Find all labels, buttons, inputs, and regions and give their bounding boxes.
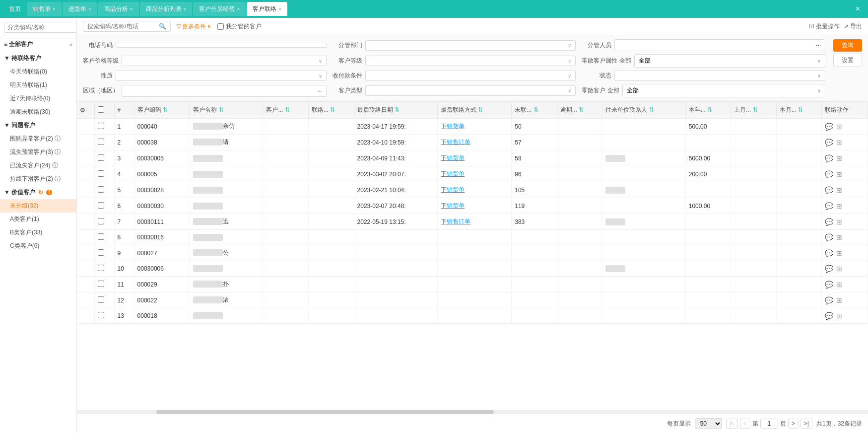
tab-sales-order[interactable]: 销售单 × [27, 2, 62, 16]
sidebar-item-churned[interactable]: 已流失客户(24) ⓘ [0, 159, 76, 172]
filter-customer-level-select[interactable]: ∨ [365, 56, 576, 66]
row-checkbox[interactable] [98, 170, 104, 177]
col-last-contact-way[interactable]: 最后联络方式 ⇅ [438, 102, 512, 119]
row-checkbox[interactable] [98, 123, 104, 129]
filter-status-select[interactable]: ∨ [614, 71, 825, 81]
cell-checkbox[interactable] [95, 214, 114, 230]
close-customer-stratification-icon[interactable]: × [237, 6, 240, 12]
col-this-month[interactable]: 本月... ⇅ [776, 102, 822, 119]
filter-dept-select[interactable]: ∨ [365, 40, 576, 51]
grid-icon[interactable]: ⊞ [836, 312, 842, 320]
filter-search-icon[interactable]: 🔍 [159, 23, 166, 30]
grid-icon[interactable]: ⊞ [836, 296, 842, 304]
chat-icon[interactable]: 💬 [825, 170, 833, 178]
last-page-btn[interactable]: >| [801, 419, 812, 429]
cell-checkbox[interactable] [95, 277, 114, 292]
col-code[interactable]: 客户编码 ⇅ [134, 102, 190, 119]
filter-scatter-customer-select[interactable]: 全部∨ [622, 84, 825, 97]
cell-checkbox[interactable] [95, 261, 114, 277]
chat-icon[interactable]: 💬 [825, 202, 833, 210]
grid-icon[interactable]: ⊞ [836, 186, 842, 194]
col-gear[interactable]: ⚙ [77, 102, 95, 119]
horizontal-scrollbar[interactable] [77, 410, 868, 414]
col-contacts[interactable]: 往来单位联系人 ⇅ [602, 102, 685, 119]
cell-checkbox[interactable] [95, 182, 114, 198]
chat-icon[interactable]: 💬 [825, 139, 833, 146]
filter-scatter-attr-select[interactable]: 全部∨ [634, 54, 825, 68]
tab-product-analysis[interactable]: 商品分析 × [98, 2, 139, 16]
grid-icon[interactable]: ⊞ [836, 281, 842, 289]
col-not-contacted[interactable]: 未联... ⇅ [512, 102, 557, 119]
sidebar-item-overdue-pending[interactable]: 逾期未联络(30) [0, 105, 76, 119]
scrollbar-thumb[interactable] [156, 410, 494, 414]
row-checkbox[interactable] [98, 202, 104, 209]
contact-way-link[interactable]: 下销货单 [441, 123, 465, 130]
cell-checkbox[interactable] [95, 230, 114, 245]
filter-nature-select[interactable]: ∨ [116, 71, 327, 81]
col-last-month[interactable]: 上月... ⇅ [731, 102, 777, 119]
row-checkbox[interactable] [98, 249, 104, 256]
sidebar-item-tomorrow-pending[interactable]: 明天待联络(1) [0, 78, 76, 92]
row-checkbox[interactable] [98, 312, 104, 318]
grid-icon[interactable]: ⊞ [836, 265, 842, 273]
first-page-btn[interactable]: |< [726, 419, 738, 429]
row-checkbox[interactable] [98, 218, 104, 224]
chat-icon[interactable]: 💬 [825, 265, 833, 273]
row-checkbox[interactable] [98, 296, 104, 303]
row-checkbox[interactable] [98, 154, 104, 161]
select-all-checkbox[interactable] [98, 106, 104, 113]
chat-icon[interactable]: 💬 [825, 312, 833, 320]
close-sales-order-icon[interactable]: × [53, 6, 56, 12]
export-btn[interactable]: ↗ 导出 [844, 22, 862, 31]
close-customer-contact-icon[interactable]: × [278, 6, 281, 12]
grid-icon[interactable]: ⊞ [836, 154, 842, 162]
chat-icon[interactable]: 💬 [825, 281, 833, 289]
row-checkbox[interactable] [98, 281, 104, 287]
close-product-analysis-list-icon[interactable]: × [184, 6, 187, 12]
grid-icon[interactable]: ⊞ [836, 249, 842, 257]
sidebar-group-problem[interactable]: ▼ 问题客户 [0, 119, 76, 132]
chat-icon[interactable]: 💬 [825, 233, 833, 241]
contact-way-link[interactable]: 下销货单 [441, 202, 465, 209]
my-customers-checkbox[interactable] [217, 23, 224, 30]
chat-icon[interactable]: 💬 [825, 296, 833, 304]
batch-op-btn[interactable]: ☑ 批量操作 [809, 22, 840, 31]
tab-purchase-order[interactable]: 进货单 × [63, 2, 97, 16]
sidebar-item-today-pending[interactable]: 今天待联络(0) [0, 65, 76, 78]
filter-search-input[interactable] [87, 23, 157, 30]
grid-icon[interactable]: ⊞ [836, 170, 842, 178]
prev-page-btn[interactable]: < [740, 419, 750, 429]
filter-phone-input[interactable] [116, 43, 327, 48]
page-number-input[interactable] [760, 419, 778, 429]
filter-region-select[interactable]: ··· [122, 85, 327, 97]
cell-checkbox[interactable] [95, 135, 114, 150]
sidebar-item-type-a[interactable]: A类客户(1) [0, 213, 76, 226]
cell-checkbox[interactable] [95, 150, 114, 166]
row-checkbox[interactable] [98, 186, 104, 193]
query-button[interactable]: 查询 [833, 39, 862, 52]
cell-checkbox[interactable] [95, 245, 114, 261]
close-all-tabs-icon[interactable]: × [852, 4, 864, 13]
sidebar-item-declining[interactable]: 持续下滑客户(2) ⓘ [0, 172, 76, 186]
contact-way-link[interactable]: 下销货单 [441, 186, 465, 193]
grid-icon[interactable]: ⊞ [836, 123, 842, 131]
cell-checkbox[interactable] [95, 292, 114, 308]
cell-checkbox[interactable] [95, 198, 114, 214]
sidebar-item-abnormal[interactable]: 囤购异常客户(2) ⓘ [0, 132, 76, 145]
filter-payment-select[interactable]: ∨ [365, 71, 576, 81]
col-overdue[interactable]: 逾期... ⇅ [557, 102, 602, 119]
cell-checkbox[interactable] [95, 166, 114, 182]
grid-icon[interactable]: ⊞ [836, 202, 842, 210]
close-purchase-order-icon[interactable]: × [88, 6, 91, 12]
filter-price-level-select[interactable]: ∨ [122, 56, 327, 66]
row-checkbox[interactable] [98, 265, 104, 271]
cell-checkbox[interactable] [95, 119, 114, 135]
chat-icon[interactable]: 💬 [825, 249, 833, 257]
sidebar-item-ungroup[interactable]: 未分组(32) [0, 199, 76, 213]
tab-customer-stratification[interactable]: 客户分层经营 × [193, 2, 246, 16]
chat-icon[interactable]: 💬 [825, 186, 833, 194]
sidebar-item-churn-warning[interactable]: 流失预警客户(3) ⓘ [0, 145, 76, 159]
filter-person-select[interactable]: ··· [614, 39, 825, 51]
sidebar-search-input[interactable] [4, 22, 77, 33]
chat-icon[interactable]: 💬 [825, 218, 833, 226]
